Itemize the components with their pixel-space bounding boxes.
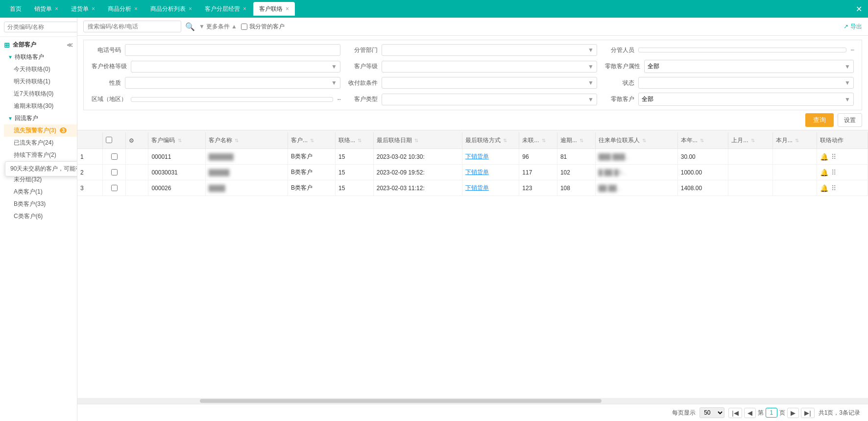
tab-analysis-list-close[interactable]: × <box>189 5 192 12</box>
payment-select[interactable]: ▼ <box>382 77 597 89</box>
way-link[interactable]: 下销货单 <box>465 184 489 191</box>
tab-customer-layer-close[interactable]: × <box>243 5 246 12</box>
cell-notcontact: 117 <box>519 165 557 180</box>
dept-select[interactable]: ▼ <box>382 44 597 56</box>
region-more-icon[interactable]: ··· <box>337 95 340 104</box>
group-return-header[interactable]: ▼ 回流客户 <box>4 112 77 124</box>
contact-icon[interactable]: 🔔 <box>820 169 828 176</box>
tab-customer-contact-close[interactable]: × <box>286 5 289 12</box>
status-select[interactable]: ▼ <box>638 77 854 89</box>
query-button[interactable]: 查询 <box>805 113 834 127</box>
more-action-icon[interactable]: ⠿ <box>831 184 836 192</box>
tab-sales-close[interactable]: × <box>55 5 58 12</box>
way-link[interactable]: 下销货单 <box>465 153 489 160</box>
cell-way[interactable]: 下销货单 <box>462 149 519 165</box>
sidebar-root-item[interactable]: ⊞ 全部客户 ≪ <box>0 39 77 51</box>
zero-cust-select[interactable]: 全部 ▼ <box>638 93 854 106</box>
scrollbar-thumb[interactable] <box>200 399 602 403</box>
cell-way[interactable]: 下销货单 <box>462 165 519 180</box>
phone-input[interactable] <box>125 44 340 56</box>
sort-icon-type[interactable]: ⇅ <box>310 138 314 143</box>
col-thisyear-header: 本年... ⇅ <box>677 132 728 149</box>
sort-icon-thismonth[interactable]: ⇅ <box>795 138 799 143</box>
more-action-icon[interactable]: ⠿ <box>831 153 836 161</box>
sidebar-item-tomorrow[interactable]: 明天待联络(1) <box>4 75 77 88</box>
cell-check[interactable] <box>103 180 126 196</box>
region-select[interactable] <box>131 97 333 102</box>
row-checkbox[interactable] <box>111 169 118 175</box>
cust-level-select[interactable]: ▼ <box>382 61 597 73</box>
cust-type-select[interactable]: ▼ <box>382 94 597 105</box>
sort-icon-name[interactable]: ⇅ <box>235 138 239 143</box>
cell-name: █████ <box>205 165 288 180</box>
sort-icon-way[interactable]: ⇅ <box>503 138 507 143</box>
horizontal-scrollbar[interactable] <box>77 398 868 404</box>
tab-analysis-close[interactable]: × <box>134 5 138 12</box>
settings-button[interactable]: 设置 <box>838 113 862 127</box>
sidebar-search-input[interactable] <box>4 22 77 32</box>
last-page-button[interactable]: ▶| <box>801 408 814 418</box>
tab-analysis[interactable]: 商品分析 × <box>102 2 144 16</box>
tab-home[interactable]: 首页 <box>4 2 27 16</box>
tab-customer-layer[interactable]: 客户分层经营 × <box>199 2 252 16</box>
contact-icon[interactable]: 🔔 <box>820 153 828 161</box>
next-page-button[interactable]: ▶ <box>787 408 799 418</box>
sidebar-item-declining[interactable]: 持续下滑客户(2) <box>4 149 77 161</box>
close-all-button[interactable]: ✕ <box>854 2 864 16</box>
tab-purchase-close[interactable]: × <box>92 5 95 12</box>
cell-thismonth <box>772 149 817 165</box>
sidebar-item-today[interactable]: 今天待联络(0) <box>4 63 77 75</box>
export-button[interactable]: ↗ 导出 <box>844 23 862 31</box>
search-button[interactable]: 🔍 <box>185 22 195 31</box>
sidebar-item-lost[interactable]: 已流失客户(24) <box>4 137 77 149</box>
sidebar-item-7days[interactable]: 近7天待联络(0) <box>4 88 77 100</box>
prev-page-button[interactable]: ◀ <box>744 408 756 418</box>
price-level-select[interactable]: ▼ <box>131 61 340 73</box>
filter-zero-attr: 零散客户属性 全部 ▼ <box>605 60 854 73</box>
sidebar-item-classA[interactable]: A类客户(1) <box>4 186 77 198</box>
more-conditions-button[interactable]: ▼ 更多条件 ▲ <box>199 23 237 31</box>
cell-check[interactable] <box>103 165 126 180</box>
cell-check[interactable] <box>103 149 126 165</box>
sidebar-item-classB[interactable]: B类客户(33) <box>4 198 77 210</box>
filter-panel: 电话号码 分管部门 ▼ 分管人员 ··· <box>83 40 862 110</box>
sidebar-item-overdue[interactable]: 逾期未联络(30) <box>4 100 77 112</box>
more-icon[interactable]: ··· <box>850 46 854 54</box>
gender-select[interactable]: ▼ <box>125 77 340 89</box>
sort-icon-overdue[interactable]: ⇅ <box>579 138 583 143</box>
sort-icon-thisyear[interactable]: ⇅ <box>700 138 704 143</box>
my-customer-checkbox[interactable]: 我分管的客户 <box>241 23 285 31</box>
cell-overdue: 102 <box>557 165 595 180</box>
tab-analysis-list[interactable]: 商品分析列表 × <box>145 2 198 16</box>
row-checkbox[interactable] <box>111 153 118 160</box>
sort-icon-code[interactable]: ⇅ <box>178 138 182 143</box>
sort-icon-related[interactable]: ⇅ <box>642 138 646 143</box>
sort-icon-notcontact[interactable]: ⇅ <box>542 138 546 143</box>
tab-sales[interactable]: 销货单 × <box>28 2 64 16</box>
tab-customer-contact[interactable]: 客户联络 × <box>253 2 295 16</box>
sort-icon-date[interactable]: ⇅ <box>414 138 418 143</box>
col-settings-header[interactable]: ⚙ <box>125 132 148 149</box>
group-pending-header[interactable]: ▼ 待联络客户 <box>4 51 77 63</box>
cell-thismonth <box>772 165 817 180</box>
zero-attr-select[interactable]: 全部 ▼ <box>644 60 854 73</box>
row-checkbox[interactable] <box>111 185 118 191</box>
sidebar-item-warning[interactable]: 流失预警客户(3) 3 <box>4 124 77 137</box>
cell-way[interactable]: 下销货单 <box>462 180 519 196</box>
cell-overdue: 81 <box>557 149 595 165</box>
col-check-header <box>103 132 126 149</box>
way-link[interactable]: 下销货单 <box>465 169 489 175</box>
my-customer-check-input[interactable] <box>241 24 247 30</box>
collapse-icon[interactable]: ≪ <box>67 42 73 49</box>
sort-icon-lastmonth[interactable]: ⇅ <box>751 138 755 143</box>
sidebar-item-classC[interactable]: C类客户(6) <box>4 210 77 223</box>
more-action-icon[interactable]: ⠿ <box>831 169 836 176</box>
search-input[interactable] <box>83 21 181 32</box>
first-page-button[interactable]: |◀ <box>728 408 742 418</box>
person-select[interactable] <box>638 48 846 52</box>
sort-icon-contact[interactable]: ⇅ <box>358 138 362 143</box>
tab-purchase[interactable]: 进货单 × <box>65 2 101 16</box>
select-all-checkbox[interactable] <box>106 137 112 143</box>
page-size-select[interactable]: 50 20 100 <box>699 407 724 418</box>
contact-icon[interactable]: 🔔 <box>820 184 828 192</box>
